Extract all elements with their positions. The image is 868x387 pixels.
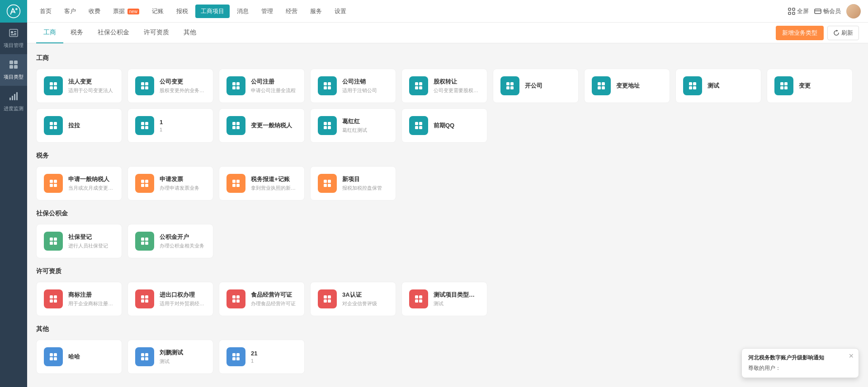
nav-customer[interactable]: 客户 (59, 5, 81, 18)
cards-grid-gongshang: 法人变更 适用于公司变更法人 公司变更 股权变更外的业务变更 (36, 69, 859, 143)
member-button[interactable]: 畅会员 (814, 7, 841, 15)
card-title-open-company: 开公司 (525, 82, 571, 90)
card-title-trademark: 商标注册 (68, 291, 114, 299)
svg-rect-7 (9, 61, 13, 64)
card-icon-apply-invoice (135, 174, 154, 193)
svg-rect-78 (54, 180, 57, 183)
card-pre-qq[interactable]: 前期QQ (401, 108, 487, 143)
topnav-right: 全屏 畅会员 (788, 4, 861, 19)
card-company-cancel[interactable]: 公司注销 适用于注销公司 (310, 69, 396, 103)
card-icon-company-change (135, 76, 154, 95)
nav-operation[interactable]: 经营 (280, 5, 303, 18)
card-liupeng-test[interactable]: 刘鹏测试 测试 (127, 340, 213, 374)
card-icon-company-cancel (318, 76, 337, 95)
project-type-icon (9, 60, 19, 72)
sidebar-item-progress-monitor[interactable]: 进度监测 (0, 86, 27, 117)
card-text-company-cancel: 公司注销 适用于注销公司 (342, 78, 388, 94)
card-text-change-address: 变更地址 (616, 82, 662, 90)
svg-rect-60 (54, 126, 57, 129)
svg-rect-94 (54, 238, 57, 241)
card-num21[interactable]: 21 1 (219, 340, 305, 374)
card-gehonghong[interactable]: 葛红红 葛红红测试 (310, 108, 396, 143)
card-3a-cert[interactable]: 3A认证 对企业信誉评级 (310, 282, 396, 316)
card-apply-invoice[interactable]: 申请发票 办理申请发票业务 (127, 166, 213, 200)
refresh-button[interactable]: 刷新 (827, 26, 859, 40)
svg-rect-28 (145, 86, 148, 89)
nav-billing[interactable]: 收费 (83, 5, 106, 18)
nav-message[interactable]: 消息 (231, 5, 254, 18)
new-type-button[interactable]: 新增业务类型 (776, 26, 824, 40)
card-lala[interactable]: 拉拉 (36, 108, 122, 143)
svg-rect-118 (419, 295, 422, 298)
card-social-register[interactable]: 社保登记 进行人员社保登记 (36, 224, 122, 258)
logo[interactable] (0, 0, 27, 23)
svg-rect-124 (54, 357, 57, 360)
card-equity-transfer[interactable]: 股权转让 公司变更需要股权转让 (401, 69, 487, 103)
card-import-export[interactable]: 进出口权办理 适用于对外贸易经营者 (127, 282, 213, 316)
svg-rect-52 (693, 86, 696, 89)
nav-ticket[interactable]: 票据 new (108, 5, 145, 18)
card-change-general[interactable]: 变更一般纳税人 (219, 108, 305, 143)
card-food-license[interactable]: 食品经营许可证 办理食品经营许可证 (219, 282, 305, 316)
nav-tax[interactable]: 报税 (171, 5, 193, 18)
card-icon-num21 (226, 347, 245, 366)
card-subtitle-gehonghong: 葛红红测试 (342, 127, 388, 134)
card-new-project[interactable]: 新项目 报税加税控盘保管 (310, 166, 396, 200)
card-open-company[interactable]: 开公司 (493, 69, 579, 103)
card-tax-report[interactable]: 税务报道+记账 拿到营业执照的新公司 (219, 166, 305, 200)
user-avatar[interactable] (846, 4, 861, 19)
card-text-tax-report: 税务报道+记账 拿到营业执照的新公司 (251, 175, 297, 191)
svg-rect-69 (324, 122, 327, 125)
card-subtitle-social-register: 进行人员社保登记 (68, 242, 114, 249)
svg-rect-38 (419, 82, 422, 85)
svg-rect-80 (54, 184, 57, 187)
card-title-num21: 21 (251, 350, 297, 357)
card-legal-change[interactable]: 法人变更 适用于公司变更法人 (36, 69, 122, 103)
sidebar-item-label: 项目管理 (4, 42, 24, 49)
svg-rect-39 (415, 86, 418, 89)
card-fund-account[interactable]: 公积金开户 办理公积金相关业务 (127, 224, 213, 258)
card-title-new-project: 新项目 (342, 175, 388, 183)
card-icon-legal-change (44, 76, 63, 95)
sub-tab-tax[interactable]: 税务 (63, 23, 90, 43)
svg-rect-59 (50, 126, 53, 129)
svg-rect-10 (14, 65, 18, 69)
card-company-change[interactable]: 公司变更 股权变更外的业务变更 (127, 69, 213, 103)
nav-home[interactable]: 首页 (34, 5, 57, 18)
svg-rect-65 (232, 122, 236, 125)
card-subtitle-num1: 1 (160, 127, 206, 132)
sidebar-item-project-type[interactable]: 项目类型 (0, 54, 27, 86)
project-manage-icon (9, 28, 19, 40)
card-apply-general-tax[interactable]: 申请一般纳税人 当月或次月成变更完成 (36, 166, 122, 200)
nav-industry[interactable]: 工商项目 (195, 5, 230, 18)
card-subtitle-food-license: 办理食品经营许可证 (251, 300, 297, 307)
sub-tab-industry[interactable]: 工商 (36, 23, 63, 43)
sub-tab-other[interactable]: 其他 (176, 23, 203, 43)
svg-rect-81 (141, 180, 144, 183)
svg-rect-44 (510, 86, 514, 89)
card-test-type[interactable]: 测试项目类型目定义 测试 (401, 282, 487, 316)
sidebar-item-project-manage[interactable]: 项目管理 (0, 23, 27, 54)
sub-tabs: 工商 税务 社保公积金 许可资质 其他 新增业务类型 刷新 (27, 23, 868, 43)
nav-accounting[interactable]: 记账 (146, 5, 169, 18)
card-title-fund-account: 公积金开户 (160, 233, 206, 241)
nav-settings[interactable]: 设置 (329, 5, 352, 18)
sub-tab-social[interactable]: 社保公积金 (90, 23, 137, 43)
sub-tab-license[interactable]: 许可资质 (137, 23, 176, 43)
card-num1[interactable]: 1 1 (127, 108, 213, 143)
nav-service[interactable]: 服务 (305, 5, 327, 18)
card-haha[interactable]: 哈哈 (36, 340, 122, 374)
svg-rect-64 (145, 126, 148, 129)
card-trademark[interactable]: 商标注册 用于企业商标注册服务 (36, 282, 122, 316)
svg-rect-12 (12, 96, 13, 100)
fullscreen-button[interactable]: 全屏 (788, 7, 809, 15)
nav-manage[interactable]: 管理 (256, 5, 278, 18)
svg-rect-130 (236, 353, 240, 356)
notification-close[interactable]: ✕ (849, 352, 854, 359)
card-test1[interactable]: 测试 (675, 69, 761, 103)
card-change-address[interactable]: 变更地址 (584, 69, 670, 103)
card-company-register[interactable]: 公司注册 申请公司注册全流程 (219, 69, 305, 103)
card-change2[interactable]: 变更 (767, 69, 853, 103)
svg-rect-75 (415, 126, 418, 129)
cards-grid-shebao: 社保登记 进行人员社保登记 公积金开户 办理公积金相关业务 (36, 224, 859, 258)
